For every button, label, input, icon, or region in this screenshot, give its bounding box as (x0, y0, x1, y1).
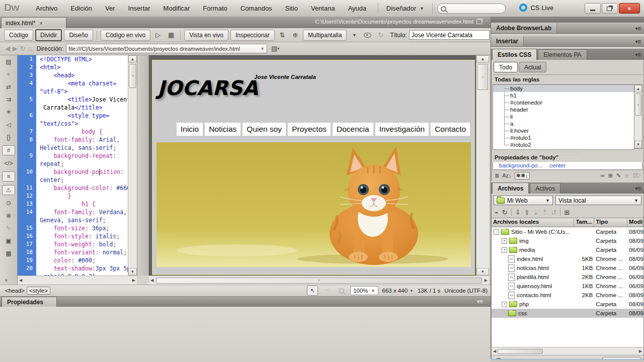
get-files-icon[interactable]: ⇩ (515, 209, 521, 216)
code-line[interactable]: 16 font-style: italic; (18, 232, 128, 240)
design-view[interactable]: JOCARSA Jose Vicente Carratala InicioNot… (149, 55, 476, 276)
tag-selector-style[interactable]: <style> (27, 287, 50, 295)
expand-all-icon[interactable]: ✳ (3, 108, 15, 117)
workspace-switcher[interactable]: Diseñador ▼ (378, 3, 433, 14)
remove-comment-icon[interactable]: ⊗ (3, 211, 15, 220)
column-header-2[interactable]: Tipo (594, 218, 627, 227)
css-property-row[interactable]: background-po... center (493, 162, 642, 170)
file-row-index-html[interactable]: <>index.html5KBChrome ...08/09/ (492, 254, 643, 263)
code-line[interactable]: 19 color: #000; (18, 256, 128, 264)
css-rule-rotulo1[interactable]: #rotulo1 (493, 134, 634, 141)
nav-item-investigación[interactable]: Investigación (375, 123, 429, 136)
new-css-rule-icon[interactable]: ⊞ (608, 172, 613, 179)
search-input[interactable] (437, 4, 506, 14)
css-rule-li[interactable]: li (493, 113, 634, 120)
tree-expander-icon[interactable]: + (502, 247, 507, 253)
code-line[interactable]: Carratala</title> (18, 104, 128, 112)
code-line[interactable]: 11 background-color: #666; (18, 184, 128, 192)
site-select[interactable]: Mi Web ▼ (494, 196, 553, 205)
check-browser-compat-icon[interactable]: ▦ (166, 30, 177, 40)
css-current-button[interactable]: Actual (519, 62, 546, 72)
tab-close-icon[interactable]: × (39, 20, 42, 26)
scroll-left-icon[interactable]: ◀ (492, 349, 498, 353)
code-line[interactable]: Helvetica, sans-serif; (18, 144, 128, 152)
code-line[interactable]: 6 <style type= (18, 112, 128, 120)
cs-live[interactable]: CS Live (519, 4, 553, 12)
check-in-icon[interactable]: ⇡ (542, 209, 547, 216)
file-row-img[interactable]: +imgCarpeta08/09/ (492, 236, 643, 245)
back-icon[interactable]: ◀ (5, 45, 10, 52)
file-row-plantilla-html[interactable]: <>plantilla.html2KBChrome ...06/09/ (492, 273, 643, 282)
code-vertical-scrollbar[interactable]: ▲ ≡ ▼ (128, 55, 137, 276)
code-line[interactable]: repeat; (18, 160, 128, 168)
tree-expander-icon[interactable]: + (502, 238, 507, 244)
apply-comment-icon[interactable]: ⊙ (3, 199, 15, 208)
split-divider[interactable] (137, 55, 149, 276)
tag-selector-head[interactable]: <head> (3, 287, 27, 294)
home-icon[interactable]: ⌂ (28, 45, 32, 52)
syntax-error-alerts-icon[interactable]: ⚠ (2, 185, 15, 195)
css-rule-body[interactable]: body (493, 85, 634, 92)
open-documents-icon[interactable]: ▤ (3, 57, 15, 66)
scroll-up-icon[interactable]: ▲ (634, 85, 642, 93)
file-row-noticias-html[interactable]: <>noticias.html1KBChrome ...06/09/ (492, 263, 643, 273)
refresh-icon[interactable]: ↻ (502, 209, 508, 216)
refresh-icon[interactable]: ↻ (20, 45, 26, 52)
show-set-properties-icon[interactable]: ✱✱↓ (515, 172, 530, 179)
css-rule-contenedor[interactable]: #contenedor (493, 99, 634, 106)
css-rule-lihover[interactable]: li:hover (493, 127, 634, 134)
code-line[interactable]: 8 font-family: Arial, (18, 136, 128, 144)
properties-panel-tab[interactable]: Propiedades (2, 297, 57, 307)
visual-aids-icon[interactable] (362, 30, 373, 40)
file-row-css[interactable]: cssCarpeta08/09/ (492, 309, 643, 318)
minimize-button[interactable] (585, 3, 601, 14)
scroll-down-icon[interactable]: ▼ (128, 268, 137, 276)
multiscreen-dropdown-icon[interactable]: ▼ (349, 30, 360, 40)
view-select[interactable]: Vista local ▼ (555, 196, 641, 205)
panel-menu-icon[interactable]: ▾≣ (635, 26, 644, 31)
code-view[interactable]: 1<!DOCTYPE HTML>2<html>3 <head>4 <meta c… (18, 55, 137, 276)
close-button[interactable]: × (619, 3, 640, 14)
css-rules-list[interactable]: bodyh1#contenedorheaderliali:hover#rotul… (493, 84, 634, 150)
nav-item-contacto[interactable]: Contacto (431, 123, 470, 136)
code-line[interactable]: "text/css"> (18, 120, 128, 128)
code-scroll-thumb[interactable]: ≡ (129, 64, 136, 88)
code-line[interactable]: 3 <head> (18, 71, 128, 79)
scroll-down-icon[interactable]: ▼ (634, 141, 642, 148)
split-view-button[interactable]: Dividir (35, 29, 62, 41)
check-out-icon[interactable]: ⇣ (533, 209, 539, 216)
menu-archivo[interactable]: Archivo (29, 0, 64, 17)
nav-item-inicio[interactable]: Inicio (177, 123, 203, 136)
code-line[interactable]: 9 background-repeat: (18, 152, 128, 160)
expand-panel-icon[interactable]: ⊞ (564, 209, 570, 216)
menu-modificar[interactable]: Modificar (157, 0, 197, 17)
panel-resize-handle[interactable]: .............. (493, 150, 642, 153)
code-view-button[interactable]: Código (4, 30, 33, 41)
attach-stylesheet-icon[interactable]: ∞ (601, 172, 605, 178)
restore-layout-icon[interactable] (476, 19, 482, 24)
put-files-icon[interactable]: ⇧ (524, 209, 530, 216)
tab-estilos-css[interactable]: Estilos CSS (492, 49, 537, 60)
coding-toolbar-more-icon[interactable]: » (5, 278, 8, 283)
show-list-view-icon[interactable]: Az↓ (502, 172, 511, 178)
zoom-tool-icon[interactable] (336, 286, 346, 295)
column-header-0[interactable]: Archivos locales (492, 218, 574, 227)
zoom-level-select[interactable]: 100%▼ (350, 286, 378, 295)
highlight-invalid-code-icon[interactable]: </> (3, 159, 15, 168)
window-size-select[interactable]: 663 x 440▼ (382, 288, 414, 294)
nav-item-quien-soy[interactable]: Quien soy (243, 123, 286, 136)
scroll-up-icon[interactable]: ▲ (128, 55, 137, 63)
menu-ver[interactable]: Ver (99, 0, 122, 17)
collapse-full-tag-icon[interactable]: ⇄ (3, 82, 15, 92)
design-view-button[interactable]: Diseño (64, 30, 93, 41)
nav-item-docencia[interactable]: Docencia (333, 123, 373, 136)
live-view-button[interactable]: Vista en vivo (184, 30, 228, 41)
file-row-quiensoy-html[interactable]: <>quiensoy.html1KBChrome ...06/09/ (492, 282, 643, 291)
nav-item-noticias[interactable]: Noticias (205, 123, 240, 136)
files-hscroll-thumb[interactable] (498, 349, 543, 354)
preview-browser-icon[interactable]: ⊕ (290, 30, 301, 40)
code-line[interactable]: 18 font-variant: normal; (18, 248, 128, 256)
code-line[interactable]: 2<html> (18, 63, 128, 71)
scroll-up-icon[interactable]: ▲ (476, 55, 489, 63)
menu-edición[interactable]: Edición (64, 0, 99, 17)
